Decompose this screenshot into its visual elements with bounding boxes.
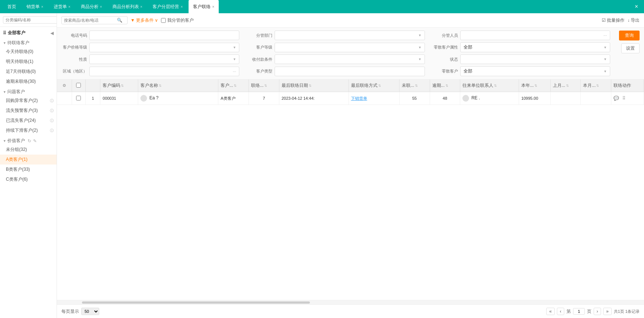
- th-name[interactable]: 客户名称⇅: [138, 80, 218, 92]
- nav-sales-close[interactable]: ×: [41, 5, 43, 9]
- sidebar-item-today-contact[interactable]: 今天待联络(0): [0, 47, 57, 57]
- sidebar-item-declining[interactable]: 持续下滑客户(2) ⓘ: [0, 126, 57, 135]
- field-manager: 分管人员 ···: [432, 31, 610, 40]
- nav-product-close[interactable]: ×: [100, 5, 102, 9]
- section-pending-label: 待联络客户: [7, 40, 29, 46]
- th-overdue[interactable]: 逾期...⇅: [430, 80, 460, 92]
- search-icon[interactable]: 🔍: [117, 18, 122, 23]
- nav-customer-tier-close[interactable]: ×: [180, 5, 183, 9]
- sidebar-item-churned[interactable]: 已流失客户(24) ⓘ: [0, 116, 57, 126]
- nav-home[interactable]: 首页: [3, 0, 21, 13]
- sidebar-item-churn-warning[interactable]: 流失预警客户(3) ⓘ: [0, 106, 57, 116]
- phone-input[interactable]: [89, 31, 239, 40]
- table-gear-btn[interactable]: ⚙: [57, 80, 72, 92]
- th-checkbox[interactable]: [72, 80, 86, 92]
- h-scroll-bar[interactable]: [57, 300, 644, 304]
- status-select[interactable]: ▼: [460, 54, 610, 64]
- sidebar-collapse-btn[interactable]: ◀: [50, 31, 54, 36]
- page-label: 第: [566, 308, 571, 315]
- chevron-down-icon: ∨: [155, 18, 158, 23]
- sort-this-year-icon: ⇅: [534, 84, 537, 88]
- grid-icon: ⠿: [3, 31, 6, 36]
- close-all-tabs[interactable]: ×: [632, 2, 641, 11]
- query-button[interactable]: 查询: [619, 31, 640, 40]
- customer-type-input[interactable]: [275, 67, 425, 76]
- page-size-select[interactable]: 50 100 200: [81, 308, 99, 315]
- nav-product-analysis[interactable]: 商品分析 ×: [76, 0, 107, 13]
- nav-customer-contact-close[interactable]: ×: [212, 5, 214, 9]
- th-last-date[interactable]: 最后联络日期⇅: [279, 80, 348, 92]
- sidebar-item-class-b[interactable]: B类客户(33): [0, 165, 57, 174]
- last-page-btn[interactable]: »: [603, 308, 612, 315]
- select-all-checkbox[interactable]: [76, 83, 81, 88]
- retail-customer-select[interactable]: 全部 ▼: [460, 66, 610, 76]
- row-type: A类客户: [218, 92, 249, 105]
- th-this-year[interactable]: 本年...⇅: [519, 80, 551, 92]
- first-page-btn[interactable]: «: [546, 308, 555, 315]
- payment-select[interactable]: ▼: [275, 54, 425, 64]
- th-contact[interactable]: 联络...⇅: [249, 80, 279, 92]
- customer-level-select[interactable]: ▼: [275, 43, 425, 52]
- nav-sales-order[interactable]: 销货单 ×: [22, 0, 48, 13]
- sidebar-item-overdue-contact[interactable]: 逾期未联络(30): [0, 77, 57, 86]
- nature-select[interactable]: ▼: [89, 54, 239, 64]
- setting-button[interactable]: 设置: [621, 43, 640, 53]
- th-last-method[interactable]: 最后联络方式⇅: [348, 80, 399, 92]
- edit-icon[interactable]: ✎: [33, 138, 37, 144]
- sidebar-item-7day-contact[interactable]: 近7天待联络(0): [0, 67, 57, 77]
- region-select[interactable]: ···: [89, 67, 239, 76]
- nav-product-list-label: 商品分析列表: [112, 4, 139, 10]
- nav-product-label: 商品分析: [81, 4, 99, 10]
- th-no-contact[interactable]: 未联...⇅: [399, 80, 430, 92]
- prev-page-btn[interactable]: ‹: [557, 308, 564, 315]
- nav-purchase-order[interactable]: 进货单 ×: [49, 0, 75, 13]
- refresh-icon[interactable]: ↻: [28, 138, 31, 144]
- row-checkbox-cell[interactable]: [72, 92, 86, 105]
- th-unit-contact[interactable]: 往来单位联系人⇅: [460, 80, 519, 92]
- sidebar-item-repurchase-abnormal[interactable]: 回购异常客户(2) ⓘ: [0, 96, 57, 106]
- batch-op-btn[interactable]: ☑ 批量操作: [602, 17, 625, 24]
- more-conditions-label: 更多条件: [136, 17, 154, 24]
- row-name[interactable]: Ea ?: [138, 92, 218, 105]
- page-input[interactable]: [573, 308, 585, 315]
- retail-attr-select[interactable]: 全部 ▼: [460, 42, 610, 52]
- sidebar-item-tomorrow-contact[interactable]: 明天待联络(1): [0, 57, 57, 67]
- manager-select[interactable]: ···: [460, 31, 610, 40]
- my-customer-checkbox[interactable]: [161, 18, 166, 23]
- hint-icon-churn: ⓘ: [50, 108, 54, 113]
- section-pending-contact[interactable]: ▼ 待联络客户: [0, 38, 57, 47]
- price-level-select[interactable]: ▼: [89, 43, 239, 52]
- row-last-method[interactable]: 下销货单: [348, 92, 399, 105]
- th-type[interactable]: 客户...⇅: [218, 80, 249, 92]
- sidebar-search-input[interactable]: [3, 16, 57, 24]
- export-btn[interactable]: ↓ 导出: [627, 17, 640, 24]
- th-last-month-label: 上月...: [553, 82, 565, 89]
- th-action[interactable]: 联络动作: [611, 80, 644, 92]
- action-more-icon[interactable]: ⠿: [622, 96, 626, 101]
- action-chat-icon[interactable]: 💬: [613, 96, 619, 101]
- section-problem-customer[interactable]: ▼ 问题客户: [0, 86, 57, 96]
- th-code[interactable]: 客户编码⇅: [100, 80, 138, 92]
- repurchase-abnormal-label: 回购异常客户(2): [6, 98, 38, 104]
- nav-product-analysis-list[interactable]: 商品分析列表 ×: [108, 0, 147, 13]
- more-conditions-btn[interactable]: ▼ 更多条件 ∨: [130, 17, 158, 24]
- dept-select[interactable]: ▼: [275, 31, 425, 40]
- sidebar-item-ungrouped[interactable]: 未分组(32): [0, 145, 57, 155]
- overdue-contact-label: 逾期未联络(30): [6, 78, 36, 85]
- nav-customer-tier[interactable]: 客户分层经营 ×: [148, 0, 187, 13]
- nav-product-list-close[interactable]: ×: [140, 5, 143, 9]
- my-customer-filter[interactable]: 我分管的客户: [161, 17, 194, 24]
- sidebar-item-class-a[interactable]: A类客户(1): [0, 155, 57, 165]
- section-value-customer[interactable]: ▼ 价值客户 ↻ ✎: [0, 135, 57, 145]
- row-checkbox[interactable]: [76, 96, 81, 100]
- nav-purchase-close[interactable]: ×: [68, 5, 71, 9]
- h-scroll-thumb[interactable]: [82, 301, 310, 304]
- search-box[interactable]: 🔍: [61, 16, 128, 24]
- th-last-month[interactable]: 上月...⇅: [550, 80, 581, 92]
- search-input[interactable]: [64, 18, 115, 22]
- th-this-month[interactable]: 本月...⇅: [581, 80, 611, 92]
- all-customers-label[interactable]: ⠿ 全部客户: [3, 30, 25, 36]
- sidebar-item-class-c[interactable]: C类客户(6): [0, 174, 57, 184]
- nav-customer-contact[interactable]: 客户联络 ×: [189, 0, 219, 13]
- next-page-btn[interactable]: ›: [594, 308, 601, 315]
